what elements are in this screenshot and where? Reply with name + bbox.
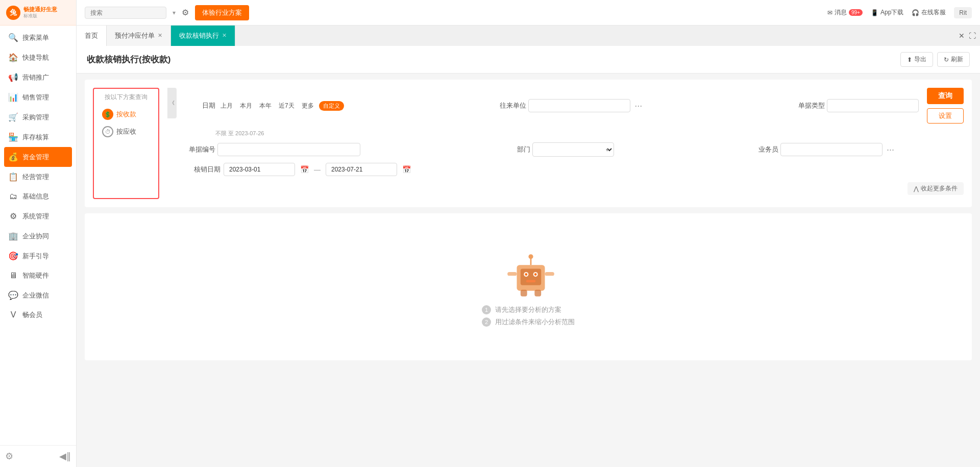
- date-tab-last-month[interactable]: 上月: [218, 101, 235, 111]
- topbar-search-input[interactable]: [85, 7, 166, 19]
- sidebar-item-label: 采购管理: [22, 113, 49, 122]
- sidebar-item-purchase[interactable]: 🛒 采购管理: [0, 107, 76, 127]
- purchase-icon: 🛒: [8, 112, 18, 122]
- hint-text-1: 请先选择要分析的方案: [495, 305, 561, 314]
- sidebar-item-quick-nav[interactable]: 🏠 快捷导航: [0, 47, 76, 67]
- tab-home-label: 首页: [85, 31, 98, 40]
- export-icon: ⬆: [907, 56, 912, 63]
- service-icon: 🎧: [912, 9, 919, 16]
- sidebar-item-marketing[interactable]: 📢 营销推广: [0, 67, 76, 87]
- sidebar-item-wechat[interactable]: 💬 企业微信: [0, 285, 76, 305]
- partner-dots-icon[interactable]: ···: [634, 101, 642, 111]
- sidebar-item-label: 新手引导: [22, 252, 49, 261]
- sidebar-item-search[interactable]: 🔍 搜索菜单: [0, 28, 76, 47]
- tab-expand-icon[interactable]: ⛶: [969, 32, 976, 40]
- sidebar-item-hardware[interactable]: 🖥 智能硬件: [0, 266, 76, 285]
- online-service-action[interactable]: 🎧 在线客服: [912, 8, 946, 17]
- query-button[interactable]: 查询: [927, 88, 964, 104]
- filter-sidebar-title: 按以下方案查询: [98, 93, 154, 102]
- filter-option-by-receipt[interactable]: 💲 按收款: [98, 106, 154, 123]
- sidebar-item-member[interactable]: V 畅会员: [0, 305, 76, 325]
- tab-prepay[interactable]: 预付冲应付单 ✕: [107, 26, 171, 46]
- sidebar-item-label: 营销推广: [22, 73, 49, 82]
- filter-receivable-label: 按应收: [116, 127, 136, 136]
- tab-close-all-icon[interactable]: ✕: [959, 32, 965, 40]
- collapse-more-button[interactable]: ⋀ 收起更多条件: [908, 182, 964, 195]
- filter-option-by-receivable[interactable]: ⏱ 按应收: [98, 123, 154, 140]
- sidebar-item-label: 系统管理: [22, 212, 49, 221]
- staff-input[interactable]: [780, 143, 883, 156]
- dept-select[interactable]: [532, 142, 614, 157]
- sidebar-item-label: 快捷导航: [22, 53, 49, 62]
- tab-verify-close-icon[interactable]: ✕: [222, 32, 227, 39]
- topbar-actions: ✉ 消息 99+ 📱 App下载 🎧 在线客服 Rit: [827, 7, 972, 18]
- empty-state: 1 请先选择要分析的方案 2 用过滤条件来缩小分析范围: [85, 213, 972, 360]
- operations-icon: 📋: [8, 172, 18, 182]
- verify-date-start-input[interactable]: [224, 163, 295, 176]
- sidebar-item-sales[interactable]: 📊 销售管理: [0, 87, 76, 107]
- settings-button[interactable]: 设置: [927, 108, 964, 124]
- sidebar-item-label: 企业协同: [22, 232, 49, 241]
- date-tab-more[interactable]: 更多: [300, 101, 316, 111]
- date-tab-this-month[interactable]: 本月: [238, 101, 254, 111]
- svg-point-8: [528, 254, 533, 259]
- verify-date-end-input[interactable]: [326, 163, 397, 176]
- tab-verify[interactable]: 收款核销执行 ✕: [171, 26, 235, 46]
- topbar-gear-icon[interactable]: ⚙: [182, 8, 189, 17]
- filter-row-3: 核销日期 📅 — 📅: [185, 163, 964, 176]
- doc-no-input[interactable]: [217, 143, 360, 156]
- sidebar-item-finance[interactable]: 💰 资金管理: [4, 147, 72, 167]
- hint-num-1: 1: [482, 305, 491, 314]
- topbar-chevron-icon[interactable]: ▾: [173, 9, 176, 16]
- collapse-filter-btn[interactable]: 《: [167, 88, 177, 118]
- sidebar-item-operations[interactable]: 📋 经营管理: [0, 167, 76, 187]
- sidebar-item-system[interactable]: ⚙ 系统管理: [0, 206, 76, 226]
- date-tab-this-year[interactable]: 本年: [257, 101, 274, 111]
- filter-row-1: 日期 上月 本月 本年 近7天 更多 自定义 往来单位: [185, 88, 964, 124]
- verify-date-end-calendar-icon[interactable]: 📅: [402, 165, 411, 174]
- settings-bottom-icon[interactable]: ⚙: [5, 451, 13, 462]
- refresh-icon: ↻: [944, 56, 949, 63]
- date-tab-7days[interactable]: 近7天: [277, 101, 297, 111]
- staff-dots-icon[interactable]: ···: [887, 144, 894, 155]
- export-button[interactable]: ⬆ 导出: [900, 52, 933, 67]
- solution-button[interactable]: 体验行业方案: [195, 5, 249, 20]
- svg-rect-6: [526, 280, 535, 283]
- sales-icon: 📊: [8, 92, 18, 102]
- sidebar-item-guide[interactable]: 🎯 新手引导: [0, 246, 76, 266]
- app-download-action[interactable]: 📱 App下载: [871, 8, 903, 17]
- svg-rect-12: [534, 290, 541, 297]
- sidebar-item-label: 资金管理: [22, 153, 49, 162]
- doc-type-select[interactable]: [827, 99, 919, 112]
- sidebar-item-collab[interactable]: 🏢 企业协同: [0, 226, 76, 246]
- doc-no-label: 单据编号: [185, 145, 215, 154]
- wechat-icon: 💬: [8, 290, 18, 300]
- refresh-button[interactable]: ↻ 刷新: [937, 52, 970, 67]
- system-icon: ⚙: [8, 211, 18, 221]
- page-title: 收款核销执行(按收款): [87, 54, 170, 71]
- message-label: 消息: [835, 8, 847, 17]
- topbar: ▾ ⚙ 体验行业方案 ✉ 消息 99+ 📱 App下载 🎧 在线客服 Rit: [77, 0, 980, 26]
- empty-illustration: [503, 244, 554, 295]
- verify-date-label: 核销日期: [185, 165, 220, 174]
- collapse-sidebar-icon[interactable]: ◀‖: [59, 451, 71, 462]
- partner-label: 往来单位: [496, 101, 526, 110]
- tab-verify-label: 收款核销执行: [179, 31, 219, 40]
- sidebar-item-inventory[interactable]: 🏪 库存核算: [0, 127, 76, 147]
- svg-rect-11: [521, 290, 527, 297]
- date-tab-custom[interactable]: 自定义: [319, 101, 344, 111]
- tab-prepay-close-icon[interactable]: ✕: [158, 32, 162, 39]
- svg-rect-10: [545, 272, 554, 276]
- partner-input[interactable]: [528, 99, 630, 112]
- message-action[interactable]: ✉ 消息 99+: [827, 8, 863, 17]
- verify-date-start-calendar-icon[interactable]: 📅: [300, 165, 309, 174]
- finance-icon: 💰: [8, 152, 18, 162]
- doc-type-label: 单据类型: [794, 101, 825, 110]
- app-download-label: App下载: [880, 8, 903, 17]
- tab-home[interactable]: 首页: [77, 26, 107, 46]
- more-conditions-row: ⋀ 收起更多条件: [185, 182, 964, 195]
- tabbar: 首页 预付冲应付单 ✕ 收款核销执行 ✕ ✕ ⛶: [77, 26, 980, 46]
- sidebar-item-basics[interactable]: 🗂 基础信息: [0, 187, 76, 206]
- user-name[interactable]: Rit: [954, 7, 972, 18]
- search-menu-icon: 🔍: [8, 33, 18, 42]
